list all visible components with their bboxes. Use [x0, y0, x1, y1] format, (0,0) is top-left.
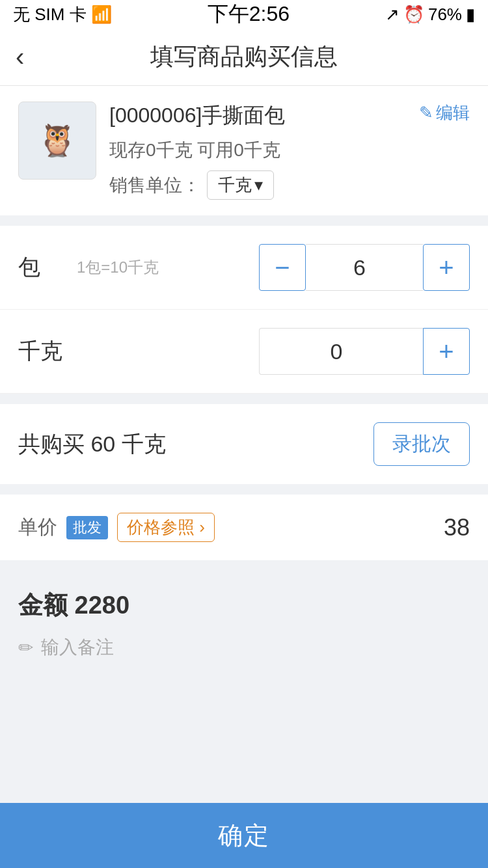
price-value: 38 [444, 514, 470, 541]
location-icon: ↗ [385, 5, 400, 25]
product-card: 🦉 [0000006]手撕面包 现存0千克 可用0千克 销售单位： 千克 ▾ ✎… [0, 86, 488, 215]
price-row: 单价 批发 价格参照 › 38 [18, 513, 470, 542]
amount-value: 2280 [75, 591, 130, 619]
package-minus-button[interactable]: − [259, 244, 306, 291]
alarm-icon: ⏰ [403, 5, 424, 25]
pencil-icon: ✏ [18, 637, 33, 658]
battery-level: 76% [428, 5, 462, 25]
product-thumbnail: 🦉 [18, 102, 96, 180]
amount-row: 金额 2280 [18, 589, 470, 622]
remark-placeholder: 输入备注 [41, 635, 114, 660]
package-quantity-control: − + [259, 244, 470, 291]
product-logo-icon: 🦉 [38, 122, 77, 159]
chevron-down-icon: ▾ [254, 175, 263, 195]
confirm-button[interactable]: 确定 [218, 819, 270, 852]
package-quantity-input[interactable] [306, 244, 423, 291]
package-plus-button[interactable]: + [423, 244, 470, 291]
package-hint: 1包=10千克 [77, 257, 259, 278]
product-name: [0000006]手撕面包 [109, 102, 470, 130]
unit-value: 千克 [218, 174, 252, 197]
product-stock: 现存0千克 可用0千克 [109, 138, 470, 163]
unit-label: 销售单位： [109, 173, 200, 198]
divider [0, 484, 488, 495]
nav-bar: ‹ 填写商品购买信息 [0, 29, 488, 86]
kg-quantity-input[interactable] [259, 328, 423, 375]
back-button[interactable]: ‹ [16, 42, 24, 72]
status-bar: 无 SIM 卡 📶 下午2:56 ↗ ⏰ 76% ▮ [0, 0, 488, 29]
product-unit-row: 销售单位： 千克 ▾ [109, 170, 470, 200]
summary-label: 共购买 60 千克 [18, 431, 166, 456]
kg-row: 千克 + [0, 310, 488, 394]
price-badge: 批发 [66, 516, 108, 539]
record-batch-button[interactable]: 录批次 [373, 422, 470, 466]
edit-icon: ✎ [419, 103, 433, 123]
kg-plus-button[interactable]: + [423, 328, 470, 375]
summary-text: 共购买 60 千克 [18, 429, 166, 459]
kg-label: 千克 [18, 336, 70, 366]
page-title: 填写商品购买信息 [150, 41, 338, 73]
unit-select[interactable]: 千克 ▾ [207, 170, 274, 200]
package-row: 包 1包=10千克 − + [0, 226, 488, 310]
bottom-bar: 确定 [0, 803, 488, 868]
amount-label: 金额 [18, 591, 75, 619]
status-network: 无 SIM 卡 📶 [13, 3, 112, 26]
price-reference-button[interactable]: 价格参照 › [117, 513, 215, 542]
package-section: 包 1包=10千克 − + 千克 + [0, 226, 488, 394]
price-label: 单价 [18, 514, 57, 541]
package-label: 包 [18, 252, 70, 282]
edit-label: 编辑 [436, 102, 470, 124]
amount-section: 金额 2280 ✏ 输入备注 [0, 571, 488, 803]
status-time: 下午2:56 [208, 0, 290, 29]
kg-quantity-control: + [259, 328, 470, 375]
battery-icon: ▮ [466, 5, 475, 25]
product-info: [0000006]手撕面包 现存0千克 可用0千克 销售单位： 千克 ▾ [109, 102, 470, 200]
edit-button[interactable]: ✎ 编辑 [419, 102, 470, 124]
summary-row: 共购买 60 千克 录批次 [0, 404, 488, 484]
status-right: ↗ ⏰ 76% ▮ [385, 5, 475, 25]
price-section: 单价 批发 价格参照 › 38 [0, 495, 488, 560]
remark-row[interactable]: ✏ 输入备注 [18, 635, 470, 660]
